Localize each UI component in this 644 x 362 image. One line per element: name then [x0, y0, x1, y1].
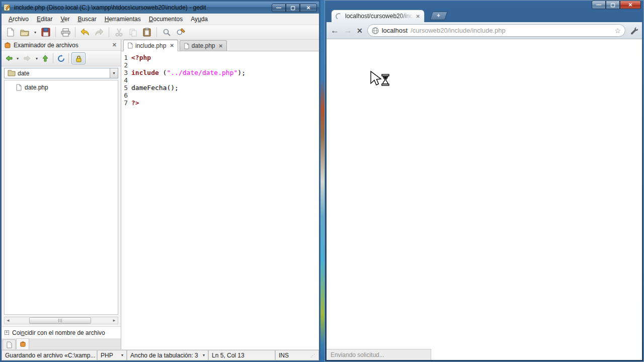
new-document-button[interactable] [5, 26, 17, 38]
resize-grip-icon[interactable]: ⋰ [310, 353, 315, 358]
menu-item-ver[interactable]: Ver [56, 14, 73, 24]
undo-button[interactable] [79, 26, 91, 38]
gedit-toolbar: ▾ [2, 25, 319, 40]
fb-forward-button[interactable] [21, 52, 33, 64]
scroll-left-icon[interactable]: ◄ [5, 318, 12, 323]
search-replace-button[interactable] [175, 26, 187, 38]
cut-button[interactable] [113, 26, 125, 38]
code-line: 3include ("../date/date.php"); [121, 69, 319, 76]
tab-label: include.php [135, 42, 166, 49]
tab-close-icon[interactable]: ✕ [416, 14, 420, 19]
back-button[interactable]: ← [331, 26, 339, 35]
file-icon [127, 42, 133, 49]
fb-up-button[interactable] [40, 52, 50, 64]
menu-item-documentos[interactable]: Documentos [145, 14, 187, 24]
fb-forward-dropdown-arrow[interactable]: ▾ [34, 56, 39, 61]
open-dropdown-arrow[interactable]: ▾ [33, 30, 38, 35]
fb-match-filename-row[interactable]: + Coincidir con el nombre de archivo [2, 326, 121, 338]
panel-close-icon[interactable]: ✕ [111, 42, 118, 48]
fb-refresh-button[interactable] [56, 52, 66, 64]
fb-location-dropdown[interactable]: ▾ [110, 68, 118, 78]
gedit-window-title: include.php (Disco local (C:) \xampp\htd… [14, 4, 269, 11]
editor-tab-include.php[interactable]: include.php✕ [123, 40, 178, 51]
browser-tab[interactable]: localhost/cursoweb20/inclu ✕ [331, 10, 425, 22]
code-line: 4 [121, 76, 319, 84]
chrome-toolbar: ← → ✕ localhost/cursoweb20/include/inclu… [327, 22, 642, 39]
wrench-menu-icon[interactable] [630, 27, 638, 35]
open-file-button[interactable] [19, 26, 31, 38]
gedit-maximize-button[interactable]: ▢ [286, 4, 300, 12]
language-selector[interactable]: PHP▾ [97, 350, 127, 360]
folder-icon [8, 69, 16, 76]
menu-item-ayuda[interactable]: Ayuda [187, 14, 212, 24]
gedit-close-button[interactable]: ✕ [300, 4, 317, 12]
line-number: 6 [121, 92, 131, 99]
line-number: 7 [121, 99, 131, 107]
status-message: Guardando el archivo «C:\xamp... [2, 350, 97, 360]
gedit-app-icon [4, 4, 12, 12]
loading-spinner-icon [335, 12, 343, 20]
file-icon [16, 84, 22, 91]
fb-location-combo[interactable]: date [4, 68, 110, 78]
tab-width-selector[interactable]: Ancho de la tabulación: 3 ▾ [127, 350, 208, 360]
chrome-maximize-button[interactable]: ▢ [606, 1, 620, 9]
fb-back-dropdown-arrow[interactable]: ▾ [15, 56, 20, 61]
scroll-right-icon[interactable]: ► [111, 318, 118, 323]
tab-close-icon[interactable]: ✕ [218, 43, 223, 49]
file-browser-title: Examinador de archivos [14, 42, 108, 49]
paste-button[interactable] [141, 26, 153, 38]
chrome-window: — ▢ ✕ localhost/cursoweb20/inclu ✕ + ← →… [325, 0, 644, 362]
file-browser-panel: Examinador de archivos ✕ ▾ ▾ [2, 40, 121, 349]
save-button[interactable] [40, 26, 52, 38]
code-view[interactable]: 1<?php23include ("../date/date.php");45d… [121, 51, 319, 349]
chrome-close-button[interactable]: ✕ [620, 1, 641, 9]
fb-back-button[interactable] [4, 52, 14, 64]
scrollbar-thumb[interactable] [29, 317, 91, 324]
chrome-titlebar[interactable]: — ▢ ✕ localhost/cursoweb20/inclu ✕ + [325, 0, 644, 22]
stop-button[interactable]: ✕ [357, 27, 363, 35]
url-host: localhost [382, 27, 408, 34]
panel-mini-tabs [2, 338, 121, 349]
address-bar[interactable]: localhost/cursoweb20/include/include.php… [367, 24, 625, 37]
menu-item-editar[interactable]: Editar [33, 14, 56, 24]
expander-icon[interactable]: + [5, 330, 9, 335]
editor-tab-bar: include.php✕date.php✕ [121, 40, 319, 51]
copy-button[interactable] [127, 26, 139, 38]
file-browser-panel-tab[interactable] [16, 338, 29, 349]
editor-area: include.php✕date.php✕ 1<?php23include ("… [121, 40, 319, 349]
search-button[interactable] [160, 26, 173, 38]
code-line: 5dameFecha(); [121, 84, 319, 92]
menu-item-archivo[interactable]: Archivo [5, 14, 33, 24]
bookmark-star-icon[interactable]: ☆ [614, 27, 621, 35]
url-path: /cursoweb20/include/include.php [411, 27, 611, 34]
dropdown-icon: ▾ [203, 353, 205, 357]
busy-cursor-icon [370, 70, 391, 89]
toolbar-separator [109, 27, 109, 37]
line-number: 5 [121, 84, 131, 92]
fb-horizontal-scrollbar[interactable]: ◄ ► [4, 317, 118, 324]
forward-button[interactable]: → [344, 26, 352, 35]
toolbar-separator [156, 27, 157, 37]
file-icon [184, 43, 189, 49]
file-list-item[interactable]: date.php [5, 82, 118, 93]
code-line: 1<?php [121, 54, 319, 61]
gedit-minimize-button[interactable]: — [272, 4, 286, 12]
menu-item-herramientas[interactable]: Herramientas [101, 14, 145, 24]
scrollbar-track[interactable] [12, 317, 111, 324]
toolbar-separator [55, 27, 56, 37]
editor-tab-date.php[interactable]: date.php✕ [180, 40, 227, 51]
fb-bookmark-lock-button[interactable] [71, 52, 86, 64]
chrome-minimize-button[interactable]: — [592, 1, 606, 9]
print-button[interactable] [59, 26, 71, 38]
gedit-window: include.php (Disco local (C:) \xampp\htd… [0, 0, 320, 362]
line-number: 3 [121, 69, 131, 76]
gedit-titlebar[interactable]: include.php (Disco local (C:) \xampp\htd… [2, 2, 319, 14]
menu-item-buscar[interactable]: Buscar [73, 14, 100, 24]
line-number: 4 [121, 76, 131, 84]
redo-button[interactable] [93, 26, 105, 38]
page-content[interactable]: Enviando solicitud... [327, 39, 642, 360]
fb-match-filename-label: Coincidir con el nombre de archivo [12, 329, 105, 336]
tab-close-icon[interactable]: ✕ [169, 43, 174, 48]
new-tab-button[interactable]: + [430, 12, 448, 20]
documents-panel-tab[interactable] [3, 339, 16, 349]
